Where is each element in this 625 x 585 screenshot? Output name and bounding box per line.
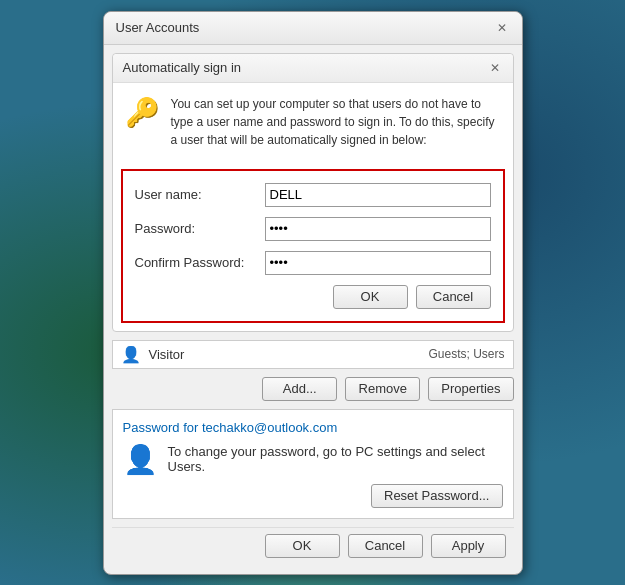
username-row: User name:	[135, 183, 491, 207]
person-icon: 👤	[123, 443, 158, 476]
user-list: 👤 Visitor Guests; Users	[112, 340, 514, 369]
outer-window: User Accounts ✕ Automatically sign in ✕ …	[103, 11, 523, 575]
inner-close-button[interactable]: ✕	[487, 60, 503, 76]
info-text: You can set up your computer so that use…	[171, 95, 501, 149]
username-input[interactable]	[265, 183, 491, 207]
outer-content: 👤 Visitor Guests; Users Add... Remove Pr…	[104, 340, 522, 574]
username-label: User name:	[135, 187, 265, 202]
user-name: Visitor	[149, 347, 421, 362]
bottom-buttons: OK Cancel Apply	[112, 527, 514, 566]
confirm-password-label: Confirm Password:	[135, 255, 265, 270]
user-icon: 👤	[121, 345, 141, 364]
reset-password-button[interactable]: Reset Password...	[371, 484, 503, 508]
password-info-row: 👤 To change your password, go to PC sett…	[123, 443, 503, 476]
password-row: Password:	[135, 217, 491, 241]
bottom-ok-button[interactable]: OK	[265, 534, 340, 558]
action-buttons: Add... Remove Properties	[112, 377, 514, 401]
form-cancel-button[interactable]: Cancel	[416, 285, 491, 309]
inner-title-bar: Automatically sign in ✕	[113, 54, 513, 83]
auto-signin-form: User name: Password: Confirm Password: O…	[121, 169, 505, 323]
key-icon: 🔑	[125, 95, 161, 131]
inner-dialog: Automatically sign in ✕ 🔑 You can set up…	[112, 53, 514, 332]
info-section: 🔑 You can set up your computer so that u…	[113, 83, 513, 161]
bottom-cancel-button[interactable]: Cancel	[348, 534, 423, 558]
apply-button[interactable]: Apply	[431, 534, 506, 558]
reset-password-container: Reset Password...	[123, 484, 503, 508]
user-groups: Guests; Users	[428, 347, 504, 361]
add-button[interactable]: Add...	[262, 377, 337, 401]
remove-button[interactable]: Remove	[345, 377, 420, 401]
outer-close-button[interactable]: ✕	[494, 20, 510, 36]
password-section: Password for techakko@outlook.com 👤 To c…	[112, 409, 514, 519]
inner-dialog-title: Automatically sign in	[123, 60, 242, 75]
outer-window-title: User Accounts	[116, 20, 200, 35]
password-label: Password:	[135, 221, 265, 236]
password-input[interactable]	[265, 217, 491, 241]
outer-title-bar: User Accounts ✕	[104, 12, 522, 45]
password-info-text: To change your password, go to PC settin…	[168, 444, 503, 474]
table-row: 👤 Visitor Guests; Users	[113, 341, 513, 368]
confirm-password-row: Confirm Password:	[135, 251, 491, 275]
form-buttons: OK Cancel	[135, 285, 491, 309]
confirm-password-input[interactable]	[265, 251, 491, 275]
form-ok-button[interactable]: OK	[333, 285, 408, 309]
password-section-title: Password for techakko@outlook.com	[123, 420, 503, 435]
properties-button[interactable]: Properties	[428, 377, 513, 401]
